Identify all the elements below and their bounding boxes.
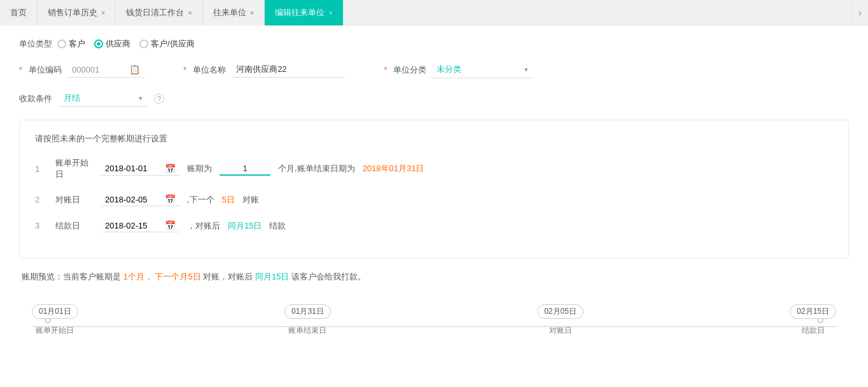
tab-edit-partner[interactable]: 编辑往来单位 × [265,0,342,25]
name-label: 单位名称 [193,64,226,76]
period-desc-prefix-2: ,下一个 [187,194,214,206]
timeline: 01月01日 账单开始日 01月31日 账单结束日 02月05日 对账日 02月… [19,298,849,355]
tab-home-label: 首页 [10,7,27,18]
timeline-point-4: 02月15日 结款日 [790,304,836,336]
tab-home[interactable]: 首页 [0,0,38,25]
code-group: * 单位编码 📋 [19,62,145,78]
payment-chevron-icon: ▾ [139,94,143,102]
period-label-3: 结款日 [55,220,94,232]
unit-type-label: 单位类型 [19,38,52,50]
period-title: 请按照未来的一个完整帐期进行设置 [35,133,833,144]
period-highlight-3: 同月15日 [228,220,262,232]
timeline-points: 01月01日 账单开始日 01月31日 账单结束日 02月05日 对账日 02月… [32,304,836,336]
period-desc-suffix-2: 对账 [242,194,259,206]
preview-section: 账期预览：当前客户账期是 1个月， 下一个月5日 对账，对账后 同月15日 该客… [19,271,849,355]
timeline-point-1: 01月01日 账单开始日 [32,304,78,336]
radio-customer[interactable]: 客户 [57,38,85,50]
code-label: 单位编码 [29,64,62,76]
timeline-point-2: 01月31日 账单结束日 [284,304,331,336]
tab-partner-units-label: 往来单位 [213,7,246,18]
period-num-1: 1 [35,164,48,174]
payment-select[interactable]: 月结 ▾ [59,90,148,107]
tab-edit-partner-close[interactable]: × [328,9,332,17]
date-input-group-2: 📅 [101,193,179,206]
tab-edit-partner-label: 编辑往来单位 [275,7,325,18]
code-name-row: * 单位编码 📋 * 单位名称 * 单位分类 未分类 ▾ [19,61,849,78]
date-input-group-1: 📅 [101,162,179,176]
preview-part2: 下一个月5日 [155,272,200,281]
period-desc-suffix-3: 结款 [269,220,286,232]
name-group: * 单位名称 [183,62,346,78]
date-input-group-3: 📅 [101,219,179,232]
name-input[interactable] [231,62,346,78]
tab-cash-work-label: 钱货日清工作台 [126,7,184,18]
preview-part1: 1个月， [123,272,153,281]
main-content: 单位类型 客户 供应商 客户/供应商 * 单位编码 [0,25,868,387]
timeline-name-2: 账单结束日 [288,325,326,336]
tab-sales-history[interactable]: 销售订单历史 × [38,0,116,25]
payment-help-icon[interactable]: ? [154,94,164,104]
timeline-point-3: 02月05日 对账日 [537,304,584,336]
tab-cash-work-close[interactable]: × [188,9,192,17]
period-desc-prefix-3: ，对账后 [187,220,220,232]
timeline-badge-3: 02月05日 [537,304,584,319]
preview-part4: 同月15日 [255,272,289,281]
period-highlight-2: 5日 [222,194,235,206]
timeline-badge-1: 01月01日 [32,304,78,319]
period-row-3: 3 结款日 📅 ，对账后 同月15日 结款 [35,219,833,232]
tab-more-arrow[interactable]: › [851,0,868,25]
copy-icon[interactable]: 📋 [129,64,140,74]
period-desc-suffix-1: 个月,账单结束日期为 [278,163,355,174]
radio-both-label: 客户/供应商 [151,38,195,50]
timeline-badge-2: 01月31日 [284,304,331,319]
unit-type-radio-group: 客户 供应商 客户/供应商 [57,38,195,50]
radio-both-circle [139,39,148,48]
category-group: * 单位分类 未分类 ▾ [384,61,533,78]
category-label: 单位分类 [393,64,426,76]
period-highlight-1: 2018年01月31日 [363,163,424,174]
radio-customer-circle [57,39,66,48]
date-input-3[interactable] [105,221,162,230]
date-input-1[interactable] [105,164,162,173]
radio-supplier-circle [94,39,103,48]
period-desc-prefix-1: 账期为 [187,163,212,174]
period-num-2: 2 [35,195,48,204]
radio-both[interactable]: 客户/供应商 [139,38,195,50]
tab-sales-history-close[interactable]: × [101,9,105,17]
period-row-1: 1 账单开始日 📅 账期为 个月,账单结束日期为 2018年01月31日 [35,157,833,180]
radio-supplier[interactable]: 供应商 [94,38,130,50]
tab-bar: 首页 销售订单历史 × 钱货日清工作台 × 往来单位 × 编辑往来单位 × › [0,0,868,25]
code-input[interactable] [72,65,129,74]
payment-row: 收款条件 月结 ▾ ? [19,90,849,107]
period-months-input[interactable] [220,162,270,176]
calendar-icon-1[interactable]: 📅 [165,164,176,174]
timeline-name-3: 对账日 [549,325,572,336]
payment-value: 月结 [64,92,135,104]
radio-supplier-label: 供应商 [106,38,130,50]
payment-label: 收款条件 [19,93,52,104]
period-box: 请按照未来的一个完整帐期进行设置 1 账单开始日 📅 账期为 个月,账单结束日期… [19,120,849,258]
category-select[interactable]: 未分类 ▾ [431,61,533,78]
tab-partner-units-close[interactable]: × [250,9,254,17]
calendar-icon-3[interactable]: 📅 [165,220,176,230]
category-chevron-icon: ▾ [524,66,528,74]
preview-part5: 该客户会给我打款。 [291,272,366,281]
radio-customer-label: 客户 [69,38,85,50]
preview-label: 账期预览：当前客户账期是 [22,272,121,281]
unit-type-group: 单位类型 客户 供应商 客户/供应商 [19,38,195,50]
timeline-name-4: 结款日 [802,325,825,336]
period-row-2: 2 对账日 📅 ,下一个 5日 对账 [35,193,833,206]
preview-text: 账期预览：当前客户账期是 1个月， 下一个月5日 对账，对账后 同月15日 该客… [19,271,849,283]
tab-cash-work[interactable]: 钱货日清工作台 × [116,0,202,25]
date-input-2[interactable] [105,195,162,204]
preview-part3: 对账，对账后 [203,272,253,281]
unit-type-row: 单位类型 客户 供应商 客户/供应商 [19,38,849,50]
category-value: 未分类 [437,64,521,75]
timeline-badge-4: 02月15日 [790,304,836,319]
calendar-icon-2[interactable]: 📅 [165,194,176,204]
period-label-1: 账单开始日 [55,157,94,180]
code-input-group: 📋 [67,62,145,78]
period-num-3: 3 [35,221,48,230]
tab-partner-units[interactable]: 往来单位 × [203,0,265,25]
tab-sales-history-label: 销售订单历史 [48,7,97,18]
